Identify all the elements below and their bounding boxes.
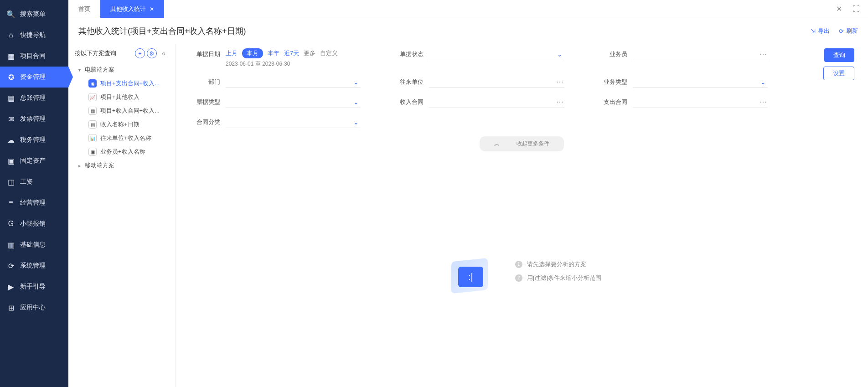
fullscreen-icon[interactable]: ⛶ [850, 3, 863, 15]
sidebar: 🔍搜索菜单⌂快捷导航▦项目合同✪资金管理▤总账管理✉发票管理☁税务管理▣固定资产… [0, 0, 68, 387]
more-icon: ⋯ [760, 98, 766, 106]
sidebar-label: 基础信息 [20, 241, 46, 249]
sidebar-label: 固定资产 [20, 157, 46, 165]
filter-biztype: 业务类型 ⌄ [596, 76, 768, 88]
tree-leaf-0-2[interactable]: ▦项目+收入合同+收入... [68, 104, 175, 118]
tab-label: 其他收入统计 [110, 5, 146, 13]
sidebar-icon: ⟳ [6, 261, 16, 270]
tab-1[interactable]: 其他收入统计✕ [100, 0, 164, 18]
sidebar-item-2[interactable]: ▦项目合同 [0, 46, 68, 67]
filter-date: 单据日期 上月本月本年近7天更多自定义 2023-06-01 至 2023-06… [189, 48, 361, 68]
dept-select[interactable]: ⌄ [226, 76, 361, 88]
sidebar-label: 资金管理 [20, 73, 46, 81]
tab-0[interactable]: 首页 [68, 0, 100, 18]
sidebar-item-9[interactable]: ≡经营管理 [0, 192, 68, 213]
leaf-icon: 📈 [88, 93, 97, 101]
sidebar-item-6[interactable]: ☁税务管理 [0, 129, 68, 150]
export-button[interactable]: ⇲ 导出 [811, 27, 830, 35]
tickettype-select[interactable]: ⌄ [226, 96, 361, 108]
add-scheme-icon[interactable]: + [135, 48, 145, 58]
tree-leaf-0-3[interactable]: ▤收入名称+日期 [68, 118, 175, 131]
leaf-label: 往来单位+收入名称 [100, 134, 151, 142]
sidebar-label: 应用中心 [20, 304, 46, 312]
sidebar-icon: ▤ [6, 93, 16, 103]
sidebar-icon: ✪ [6, 72, 16, 82]
main-content: 首页其他收入统计✕ ✕ ⛶ 其他收入统计(项目+支出合同+收入名称+日期) ⇲ … [68, 0, 868, 387]
empty-state: :| 1 请先选择要分析的方案 2 用[过滤]条件来缩小分析范围 [176, 155, 868, 387]
biztype-select[interactable]: ⌄ [633, 76, 768, 88]
sidebar-item-7[interactable]: ▣固定资产 [0, 150, 68, 171]
sidebar-item-10[interactable]: G小畅报销 [0, 213, 68, 234]
sidebar-icon: ✉ [6, 114, 16, 124]
date-option-1[interactable]: 本月 [242, 48, 263, 58]
collapse-filters-button[interactable]: ︽ 收起更多条件 [480, 136, 564, 151]
query-button[interactable]: 查询 [824, 48, 854, 62]
expense-contract-input[interactable]: ⋯ [633, 96, 768, 108]
filter-dept: 部门 ⌄ [189, 76, 361, 88]
sidebar-label: 项目合同 [20, 52, 46, 60]
tree-leaf-0-4[interactable]: 📊往来单位+收入名称 [68, 131, 175, 145]
tabs-row: 首页其他收入统计✕ ✕ ⛶ [68, 0, 868, 18]
tree-group-label: 电脑端方案 [85, 66, 114, 74]
filter-tickettype: 票据类型 ⌄ [189, 96, 361, 108]
income-contract-input[interactable]: ⋯ [429, 96, 564, 108]
sidebar-item-14[interactable]: ⊞应用中心 [0, 297, 68, 318]
chevron-down-icon: ⌄ [557, 51, 563, 58]
date-option-3[interactable]: 近7天 [284, 49, 299, 57]
export-icon: ⇲ [811, 28, 816, 35]
collapse-panel-icon[interactable]: « [159, 48, 169, 58]
contract-class-select[interactable]: ⌄ [226, 116, 361, 128]
date-option-2[interactable]: 本年 [268, 49, 279, 57]
tree-group-0[interactable]: ▾电脑端方案 [68, 63, 175, 77]
status-select[interactable]: ⌄ [429, 48, 564, 60]
sidebar-item-13[interactable]: ▶新手引导 [0, 276, 68, 297]
sidebar-item-8[interactable]: ◫工资 [0, 171, 68, 192]
settings-button[interactable]: 设置 [823, 67, 854, 80]
filter-label-salesperson: 业务员 [596, 48, 633, 60]
tree-leaf-0-1[interactable]: 📈项目+其他收入 [68, 90, 175, 104]
sidebar-icon: ☁ [6, 135, 16, 144]
scheme-settings-icon[interactable]: ⚙ [147, 48, 157, 58]
date-option-5[interactable]: 自定义 [320, 49, 338, 57]
filter-partner: 往来单位 ⋯ [393, 76, 564, 88]
filter-income-contract: 收入合同 ⋯ [393, 96, 564, 108]
filter-status: 单据状态 ⌄ [393, 48, 564, 60]
sidebar-label: 快捷导航 [20, 31, 46, 39]
tree-leaf-0-5[interactable]: ▣业务员+收入名称 [68, 145, 175, 159]
chevron-down-icon: ⌄ [353, 119, 359, 126]
sidebar-item-5[interactable]: ✉发票管理 [0, 108, 68, 129]
date-option-4[interactable]: 更多 [304, 49, 315, 57]
scheme-title: 按以下方案查询 [75, 49, 116, 57]
sidebar-icon: G [6, 219, 16, 228]
tree-group-1[interactable]: ▸移动端方案 [68, 159, 175, 172]
sidebar-label: 发票管理 [20, 115, 46, 123]
tree-leaf-0-0[interactable]: ◉项目+支出合同+收入... [68, 77, 175, 90]
sidebar-item-12[interactable]: ⟳系统管理 [0, 255, 68, 276]
sidebar-icon: ⊞ [6, 303, 16, 312]
sidebar-item-3[interactable]: ✪资金管理 [0, 67, 68, 88]
sidebar-item-0[interactable]: 🔍搜索菜单 [0, 4, 68, 25]
refresh-button[interactable]: ⟳ 刷新 [839, 27, 858, 35]
leaf-label: 项目+其他收入 [100, 93, 140, 101]
filter-salesperson: 业务员 ⋯ [596, 48, 768, 60]
tab-close-icon[interactable]: ✕ [150, 6, 154, 12]
partner-input[interactable]: ⋯ [429, 76, 564, 88]
sidebar-item-4[interactable]: ▤总账管理 [0, 88, 68, 108]
collapse-label: 收起更多条件 [509, 138, 557, 150]
leaf-icon: ◉ [88, 79, 97, 88]
salesperson-input[interactable]: ⋯ [633, 48, 768, 60]
refresh-icon: ⟳ [839, 28, 844, 35]
sidebar-icon: ▦ [6, 52, 16, 61]
chevron-down-icon: ⌄ [760, 78, 766, 86]
sidebar-item-11[interactable]: ▥基础信息 [0, 234, 68, 255]
date-option-0[interactable]: 上月 [226, 49, 238, 57]
close-icon[interactable]: ✕ [832, 3, 845, 15]
filter-label-contract-class: 合同分类 [189, 116, 226, 128]
page-title: 其他收入统计(项目+支出合同+收入名称+日期) [78, 26, 246, 36]
sidebar-item-1[interactable]: ⌂快捷导航 [0, 25, 68, 46]
sidebar-icon: 🔍 [6, 10, 16, 19]
sidebar-icon: ⌂ [6, 31, 16, 40]
filter-label-status: 单据状态 [393, 48, 429, 60]
leaf-icon: 📊 [88, 134, 97, 142]
filter-label-partner: 往来单位 [393, 76, 429, 88]
